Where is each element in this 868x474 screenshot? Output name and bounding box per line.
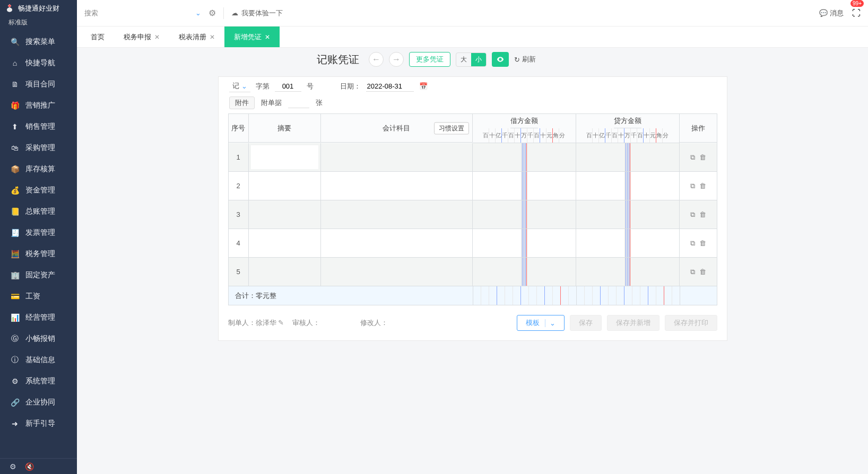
size-big[interactable]: 大 (456, 53, 471, 66)
sidebar-item-17[interactable]: 🔗企业协同 (0, 392, 77, 413)
sidebar-item-8[interactable]: 📒总账管理 (0, 201, 77, 222)
search-icon: 🔍 (11, 38, 19, 46)
save-button[interactable]: 保存 (570, 315, 602, 331)
subject-cell[interactable] (321, 172, 473, 200)
sidebar-item-label: 发票管理 (25, 228, 55, 238)
tab-3[interactable]: 新增凭证✕ (224, 27, 280, 47)
delete-row-icon[interactable]: 🗑 (699, 182, 706, 190)
debit-cell[interactable] (473, 258, 576, 286)
sidebar-item-label: 基础信息 (25, 355, 55, 365)
date-input[interactable] (366, 81, 414, 92)
save-add-button[interactable]: 保存并新增 (607, 315, 659, 331)
sidebar-item-16[interactable]: ⚙系统管理 (0, 371, 77, 392)
sidebar-item-14[interactable]: Ⓖ小畅报销 (0, 328, 77, 349)
tab-0[interactable]: 首页 (81, 27, 114, 47)
sidebar-item-3[interactable]: 🎁营销推广 (0, 95, 77, 116)
salary-icon: 💳 (11, 292, 19, 301)
sound-icon[interactable]: 🔇 (25, 462, 34, 471)
sidebar-item-10[interactable]: 🧮税务管理 (0, 243, 77, 265)
credit-cell[interactable] (576, 172, 680, 200)
sidebar-item-2[interactable]: 🗎项目合同 (0, 74, 77, 95)
template-button[interactable]: 模板 ⌄ (517, 315, 565, 331)
next-voucher-button[interactable]: → (389, 52, 404, 67)
more-voucher-button[interactable]: 更多凭证 (409, 52, 450, 67)
sidebar-item-label: 库存核算 (25, 164, 55, 174)
message-link[interactable]: 💬 消息 (819, 8, 844, 18)
settings-icon[interactable]: ⚙ (10, 462, 16, 471)
sidebar-item-7[interactable]: 💰资金管理 (0, 180, 77, 201)
gear-icon[interactable]: ⚙ (209, 8, 216, 18)
credit-cell[interactable] (576, 200, 680, 229)
debit-cell[interactable] (473, 200, 576, 229)
add-row-icon[interactable]: ⧉ (690, 153, 695, 162)
refresh-button[interactable]: ↻ 刷新 (514, 55, 536, 64)
sidebar-item-label: 项目合同 (25, 80, 55, 89)
global-search[interactable]: 搜索 ⌄ (84, 6, 201, 21)
tab-label: 首页 (91, 32, 105, 42)
subject-cell[interactable] (321, 258, 473, 286)
search-caret-icon: ⌄ (195, 9, 201, 17)
add-row-icon[interactable]: ⧉ (690, 182, 695, 190)
attach-button[interactable]: 附件 (229, 96, 255, 109)
sidebar-item-9[interactable]: 🧾发票管理 (0, 222, 77, 243)
habit-settings-button[interactable]: 习惯设置 (434, 122, 469, 134)
subject-cell[interactable] (321, 229, 473, 257)
credit-cell[interactable] (576, 229, 680, 257)
table-row: 3⧉🗑 (229, 200, 717, 229)
sidebar-item-5[interactable]: 🛍采购管理 (0, 137, 77, 159)
attach-count-input[interactable] (288, 98, 309, 108)
sidebar-item-12[interactable]: 💳工资 (0, 286, 77, 307)
debit-cell[interactable] (473, 143, 576, 171)
page-title: 记账凭证 (317, 52, 359, 67)
summary-input[interactable] (251, 145, 318, 169)
sidebar-item-13[interactable]: 📊经营管理 (0, 307, 77, 328)
cloud-icon: ☁ (231, 9, 238, 17)
edit-maker-icon[interactable]: ✎ (278, 319, 284, 327)
credit-digits: 百十亿千百十万千百十元角分 (586, 128, 669, 143)
voucher-card: 记 ⌄ 字第 号 日期： 📅 附件 附单据 张 序号 摘要 (218, 76, 727, 341)
calendar-icon[interactable]: 📅 (419, 82, 428, 90)
delete-row-icon[interactable]: 🗑 (699, 210, 706, 218)
sidebar-item-1[interactable]: ⌂快捷导航 (0, 52, 77, 74)
tryit-link[interactable]: ☁ 我要体验一下 (231, 8, 283, 18)
summary-cell (249, 229, 321, 257)
subject-cell[interactable] (321, 200, 473, 229)
voucher-type-select[interactable]: 记 ⌄ (229, 80, 250, 92)
tab-2[interactable]: 税表清册✕ (169, 27, 224, 47)
add-row-icon[interactable]: ⧉ (690, 210, 695, 219)
digit-cell: 元 (546, 128, 553, 143)
sidebar-item-18[interactable]: ➜新手引导 (0, 413, 77, 434)
expand-icon[interactable]: ⛶ (852, 8, 861, 18)
divider (223, 7, 224, 19)
debit-cell[interactable] (473, 229, 576, 257)
sidebar-item-label: 固定资产 (25, 270, 55, 280)
subject-cell[interactable] (321, 143, 473, 171)
voucher-number-input[interactable] (275, 81, 301, 92)
debit-cell[interactable] (473, 172, 576, 200)
digit-cell: 百 (534, 128, 540, 143)
sidebar-item-label: 营销推广 (25, 101, 55, 110)
save-print-button[interactable]: 保存并打印 (665, 315, 717, 331)
add-row-icon[interactable]: ⧉ (690, 239, 695, 248)
prev-voucher-button[interactable]: ← (369, 52, 384, 67)
tab-close-icon[interactable]: ✕ (154, 33, 160, 41)
view-toggle-button[interactable] (492, 52, 509, 67)
delete-row-icon[interactable]: 🗑 (699, 239, 706, 247)
size-small[interactable]: 小 (471, 53, 486, 66)
credit-cell[interactable] (576, 143, 680, 171)
digit-cell: 万 (624, 128, 631, 143)
tab-close-icon[interactable]: ✕ (265, 33, 270, 41)
sidebar-item-11[interactable]: 🏢固定资产 (0, 265, 77, 286)
digit-cell: 十 (540, 128, 546, 143)
sidebar-item-4[interactable]: ⬆销售管理 (0, 116, 77, 137)
sidebar-item-15[interactable]: ⓘ基础信息 (0, 349, 77, 371)
voucher-footer: 制单人：徐泽华 ✎ 审核人： 修改人： 模板 ⌄ 保存 保存并新增 保存并打印 (219, 305, 727, 333)
delete-row-icon[interactable]: 🗑 (699, 153, 706, 161)
sidebar-item-0[interactable]: 🔍搜索菜单 (0, 31, 77, 52)
delete-row-icon[interactable]: 🗑 (699, 268, 706, 276)
sidebar-item-6[interactable]: 📦库存核算 (0, 159, 77, 180)
add-row-icon[interactable]: ⧉ (690, 268, 695, 276)
tab-close-icon[interactable]: ✕ (210, 33, 215, 41)
tab-1[interactable]: 税务申报✕ (114, 27, 169, 47)
credit-cell[interactable] (576, 258, 680, 286)
